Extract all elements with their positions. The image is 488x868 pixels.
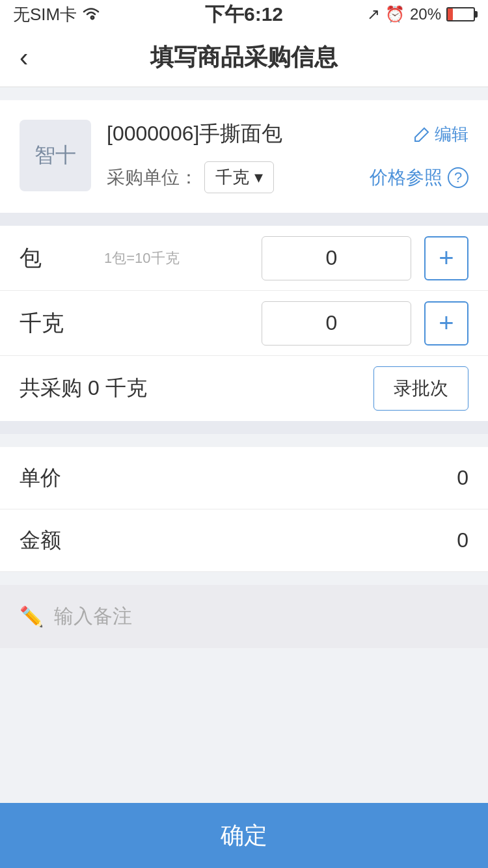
kg-label: 千克 — [20, 308, 98, 338]
help-icon: ? — [448, 167, 468, 188]
status-left: 无SIM卡 — [13, 3, 100, 26]
batch-button[interactable]: 录批次 — [373, 366, 468, 411]
amount-label: 金额 — [20, 526, 61, 555]
price-section: 单价 0 金额 0 — [0, 447, 488, 572]
status-bar: 无SIM卡 下午6:12 ↗ ⏰ 20% — [0, 0, 488, 29]
unit-select[interactable]: 千克 ▾ — [204, 161, 274, 193]
section-divider-1 — [0, 213, 488, 226]
bag-input-right: + — [180, 236, 468, 280]
kg-plus-button[interactable]: + — [424, 301, 468, 346]
product-thumb-logo: 智十 — [34, 141, 76, 170]
location-icon: ↗ — [367, 5, 380, 23]
status-right: ↗ ⏰ 20% — [367, 5, 475, 23]
price-ref-button[interactable]: 价格参照 ? — [370, 165, 468, 190]
pencil-icon: ✏️ — [20, 605, 44, 628]
battery-icon — [446, 7, 475, 21]
product-name-row: [0000006]手撕面包 编辑 — [107, 120, 468, 148]
remark-section[interactable]: ✏️ 输入备注 — [0, 585, 488, 648]
chevron-down-icon: ▾ — [254, 167, 263, 187]
kg-input[interactable] — [262, 301, 411, 346]
unit-price-value: 0 — [457, 466, 468, 490]
bag-input-row: 包 1包=10千克 + — [0, 226, 488, 291]
kg-input-row: 千克 + — [0, 291, 488, 356]
status-time: 下午6:12 — [205, 1, 283, 28]
kg-input-right: + — [98, 301, 468, 346]
alarm-icon: ⏰ — [385, 5, 405, 23]
carrier-label: 无SIM卡 — [13, 3, 77, 26]
amount-row: 金额 0 — [0, 509, 488, 572]
product-card: 智十 [0000006]手撕面包 编辑 采购单位： 千克 ▾ — [0, 100, 488, 213]
wifi-icon — [82, 5, 100, 25]
edit-button[interactable]: 编辑 — [414, 123, 468, 146]
product-info: [0000006]手撕面包 编辑 采购单位： 千克 ▾ 价格参照 ? — [107, 120, 468, 193]
unit-price-row: 单价 0 — [0, 447, 488, 509]
section-divider-2 — [0, 421, 488, 434]
battery-percent: 20% — [410, 5, 441, 23]
bag-plus-button[interactable]: + — [424, 236, 468, 280]
total-text: 共采购 0 千克 — [20, 374, 147, 403]
amount-value: 0 — [457, 528, 468, 552]
total-row: 共采购 0 千克 录批次 — [0, 356, 488, 421]
bag-label: 包 — [20, 243, 98, 273]
unit-label: 采购单位： — [107, 165, 198, 190]
back-button[interactable]: ‹ — [20, 43, 28, 72]
nav-bar: ‹ 填写商品采购信息 — [0, 29, 488, 87]
bag-sublabel: 1包=10千克 — [104, 249, 180, 268]
page-title: 填写商品采购信息 — [150, 42, 338, 74]
footer-spacer — [0, 648, 488, 726]
product-name: [0000006]手撕面包 — [107, 120, 282, 148]
product-unit-row: 采购单位： 千克 ▾ 价格参照 ? — [107, 161, 468, 193]
remark-placeholder: 输入备注 — [54, 603, 132, 630]
confirm-button[interactable]: 确定 — [221, 820, 267, 852]
bag-input[interactable] — [262, 236, 411, 280]
product-thumbnail: 智十 — [20, 120, 91, 191]
input-section: 包 1包=10千克 + 千克 + — [0, 226, 488, 356]
confirm-footer[interactable]: 确定 — [0, 803, 488, 868]
unit-price-label: 单价 — [20, 464, 61, 493]
